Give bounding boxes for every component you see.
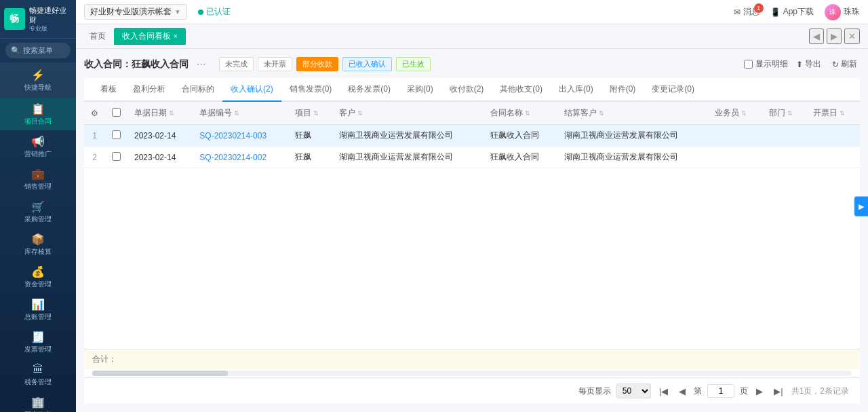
marketing-icon: 📢 <box>31 134 45 148</box>
show-detail-checkbox-label[interactable]: 显示明细 <box>744 58 788 70</box>
settlementcust-sort-icon[interactable]: ⇅ <box>599 110 604 117</box>
sidebar-item-purchase[interactable]: 🛒 采购管理 <box>0 195 76 228</box>
status-uninvoiced[interactable]: 未开票 <box>258 57 292 71</box>
status-revenue-confirmed[interactable]: 已收入确认 <box>342 57 392 71</box>
contract-more-button[interactable]: ··· <box>197 58 205 71</box>
invoicedate-sort-icon[interactable]: ⇅ <box>840 110 845 117</box>
content-area: 收入合同：狂飙收入合同 ··· 未完成 未开票 部分收款 已收入确认 已生效 显… <box>76 49 868 412</box>
tab-nav-controls: ◀ ▶ ✕ <box>809 29 860 44</box>
sub-tab-purchase[interactable]: 采购(0) <box>399 78 441 102</box>
contract-header: 收入合同：狂飙收入合同 ··· 未完成 未开票 部分收款 已收入确认 已生效 显… <box>84 57 860 71</box>
sidebar-item-finance[interactable]: 💰 资金管理 <box>0 261 76 293</box>
salesperson-sort-icon[interactable]: ⇅ <box>741 110 747 117</box>
table-footer: 合计： <box>84 349 860 369</box>
billno-sort-icon[interactable]: ⇅ <box>234 110 239 117</box>
sidebar: 畅 畅捷通好业财 专业版 🔍 搜索菜单 ⚡ 快捷导航 📋 项目合同 📢 营销推广… <box>0 0 76 412</box>
inventory-icon: 📦 <box>31 232 45 246</box>
contract-title: 收入合同：狂飙收入合同 <box>84 58 189 71</box>
invoice-date-column-header: 开票日⇅ <box>806 102 860 125</box>
message-button[interactable]: ✉ 1 消息 <box>734 6 760 18</box>
sidebar-item-invoice[interactable]: 🧾 发票管理 <box>0 326 76 358</box>
status-incomplete[interactable]: 未完成 <box>219 57 254 71</box>
export-icon: ⬆ <box>796 60 803 69</box>
sidebar-item-inventory[interactable]: 📦 库存核算 <box>0 228 76 261</box>
refresh-button[interactable]: ↻ 刷新 <box>829 57 860 71</box>
tab-prev-button[interactable]: ◀ <box>809 29 824 44</box>
contractname-sort-icon[interactable]: ⇅ <box>525 110 530 117</box>
quick-nav-item[interactable]: ⚡ 快捷导航 <box>0 62 76 98</box>
row-num-1: 1 <box>84 125 105 147</box>
sales-icon: 💼 <box>31 167 45 181</box>
scrollbar-track <box>92 371 852 376</box>
row-invoicedate-1 <box>806 125 860 147</box>
export-button[interactable]: ⬆ 导出 <box>793 57 824 71</box>
department-sort-icon[interactable]: ⇅ <box>787 110 793 117</box>
row-invoicedate-2 <box>806 147 860 168</box>
status-partial-payment[interactable]: 部分收款 <box>296 57 338 71</box>
sidebar-item-quick-nav[interactable]: ⚡ 快捷导航 <box>0 64 76 96</box>
row-checkbox-2[interactable] <box>105 147 127 168</box>
sub-tab-sales-invoice[interactable]: 销售发票(0) <box>281 78 340 102</box>
settings-column-header[interactable]: ⚙ <box>84 102 105 125</box>
checkbox-column-header[interactable] <box>105 102 127 125</box>
sidebar-item-ledger[interactable]: 📊 总账管理 <box>0 293 76 326</box>
right-sticky-panel[interactable]: ▶ <box>854 196 868 216</box>
app-download-button[interactable]: 📱 App下载 <box>770 6 814 18</box>
page-prev-button[interactable]: ◀ <box>676 385 688 398</box>
sub-tab-board[interactable]: 看板 <box>92 78 125 102</box>
page-total-info: 共1页，2条记录 <box>791 386 849 397</box>
sub-tab-tax-invoice[interactable]: 税务发票(0) <box>340 78 399 102</box>
status-effective[interactable]: 已生效 <box>396 57 431 71</box>
date-sort-icon[interactable]: ⇅ <box>169 110 174 117</box>
sub-tab-revenue-confirm[interactable]: 收入确认(2) <box>222 78 281 102</box>
search-icon: 🔍 <box>11 46 20 55</box>
sub-tab-warehouse[interactable]: 出入库(0) <box>551 78 601 102</box>
active-tab[interactable]: 收入合同看板 × <box>114 28 186 45</box>
page-first-button[interactable]: |◀ <box>656 385 671 398</box>
sub-tab-payment[interactable]: 收付款(2) <box>441 78 492 102</box>
logo-icon: 畅 <box>4 8 25 30</box>
show-detail-checkbox[interactable] <box>744 60 753 69</box>
date-column-header: 单据日期⇅ <box>127 102 193 125</box>
table-row[interactable]: 1 2023-02-14 SQ-20230214-003 狂飙 湖南卫视商业运营… <box>84 125 860 147</box>
sub-tab-other[interactable]: 其他收支(0) <box>492 78 551 102</box>
search-menu-button[interactable]: 🔍 搜索菜单 <box>5 43 71 58</box>
sub-tab-contract-items[interactable]: 合同标的 <box>174 78 222 102</box>
table-row[interactable]: 2 2023-02-14 SQ-20230214-002 狂飙 湖南卫视商业运营… <box>84 147 860 168</box>
customer-sort-icon[interactable]: ⇅ <box>357 110 363 117</box>
row-salesperson-2 <box>708 147 762 168</box>
sub-tab-profit[interactable]: 盈利分析 <box>125 78 174 102</box>
verified-badge: 已认证 <box>198 6 231 18</box>
page-next-button[interactable]: ▶ <box>753 385 766 398</box>
sub-tab-changes[interactable]: 变更记录(0) <box>644 78 703 102</box>
horizontal-scrollbar[interactable] <box>84 369 860 377</box>
finance-icon: 💰 <box>31 265 45 278</box>
home-tab[interactable]: 首页 <box>84 31 111 42</box>
row-billno-2[interactable]: SQ-20230214-002 <box>193 147 288 168</box>
row-num-2: 2 <box>84 147 105 168</box>
sub-tab-attachments[interactable]: 附件(0) <box>601 78 644 102</box>
tab-close-button[interactable]: × <box>174 33 178 40</box>
data-table: ⚙ 单据日期⇅ 单据编号⇅ 项目⇅ 客户⇅ 合同名称⇅ 结算客户⇅ 业务员⇅ 部… <box>84 102 860 168</box>
row-checkbox-1[interactable] <box>105 125 127 147</box>
tab-close-all-button[interactable]: ✕ <box>844 29 860 44</box>
sidebar-item-tax[interactable]: 🏛 税务管理 <box>0 358 76 391</box>
sidebar-item-fixed-assets[interactable]: 🏢 固定资产 <box>0 391 76 412</box>
sidebar-item-sales[interactable]: 💼 销售管理 <box>0 163 76 195</box>
page-label-pre: 第 <box>694 386 702 397</box>
project-sort-icon[interactable]: ⇅ <box>313 110 319 117</box>
row-billno-1[interactable]: SQ-20230214-003 <box>193 125 288 147</box>
page-size-select[interactable]: 50 100 200 <box>616 383 651 398</box>
page-last-button[interactable]: ▶| <box>771 385 785 398</box>
tab-next-button[interactable]: ▶ <box>827 29 842 44</box>
invoice-icon: 🧾 <box>31 330 45 343</box>
select-all-checkbox[interactable] <box>112 108 121 117</box>
company-selector[interactable]: 好业财专业版演示帐套 ▼ <box>84 4 187 20</box>
row-customer-2: 湖南卫视商业运营发展有限公司 <box>332 147 484 168</box>
user-profile[interactable]: 珠 珠珠 <box>825 4 860 20</box>
sidebar-item-marketing[interactable]: 📢 营销推广 <box>0 130 76 163</box>
row-contractname-2: 狂飙收入合同 <box>484 147 557 168</box>
scrollbar-thumb[interactable] <box>92 371 228 376</box>
page-input[interactable]: 1 <box>707 384 734 398</box>
sidebar-item-project-contract[interactable]: 📋 项目合同 <box>0 98 76 130</box>
